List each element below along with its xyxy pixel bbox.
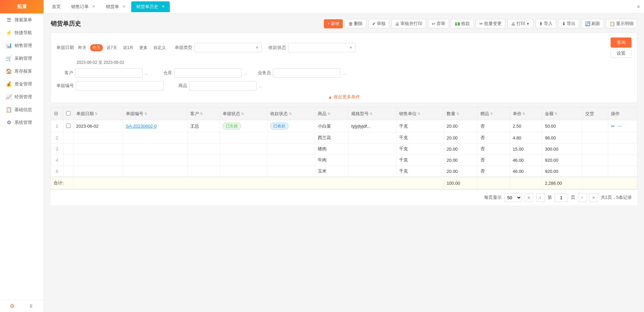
tab-sales-order[interactable]: 销售订单 ✕ <box>66 1 100 12</box>
page-number-input[interactable] <box>555 193 568 202</box>
sidebar-item-finance-mgmt[interactable]: 💰 资金管理 <box>0 78 44 90</box>
row-collect-status <box>267 166 315 177</box>
doc-type-select[interactable]: ▼ <box>194 43 262 52</box>
row-doc-date <box>73 144 123 155</box>
settings-button[interactable]: 设置 <box>611 49 632 58</box>
query-button[interactable]: 查询 <box>611 37 632 48</box>
show-detail-button[interactable]: 📋 显示明细 <box>606 19 637 28</box>
batch-change-button[interactable]: ✏ 批量变更 <box>476 19 505 28</box>
sidebar-item-inventory[interactable]: 🏠 库存核算 <box>0 65 44 78</box>
sidebar-item-quick-nav[interactable]: ⚡ 快捷导航 <box>0 26 44 39</box>
warehouse-input[interactable] <box>174 68 242 78</box>
col-price[interactable]: 单价 ⇅ <box>510 107 542 120</box>
sidebar-item-label: 快捷导航 <box>15 30 32 36</box>
customer-input[interactable] <box>75 68 143 78</box>
tab-sales-history[interactable]: 销货单历史 ✕ <box>131 1 170 12</box>
goods-input[interactable] <box>189 81 257 90</box>
col-doc-date[interactable]: 单据日期 ⇅ <box>73 107 123 120</box>
col-settings[interactable]: ⚙ <box>51 107 63 120</box>
audit-button[interactable]: ✔ 审核 <box>368 19 389 28</box>
tab-sales-order-close[interactable]: ✕ <box>92 4 95 9</box>
row-customer <box>188 132 220 144</box>
date-btn-more[interactable]: 更多 <box>137 44 150 51</box>
date-btn-today[interactable]: 今天 <box>90 44 103 51</box>
total-info: 共1页，5条记录 <box>601 194 632 201</box>
col-customer[interactable]: 客户 ⇅ <box>188 107 220 120</box>
tab-sales-delivery[interactable]: 销货单 ✕ <box>101 1 131 12</box>
sidebar-setting-icon[interactable]: ⚙ <box>10 303 15 309</box>
sidebar-item-purchase-mgmt[interactable]: 🛒 采购管理 <box>0 52 44 65</box>
abandon-button[interactable]: ↩ 弃审 <box>428 19 449 28</box>
import-button[interactable]: ⬆ 导入 <box>535 19 556 28</box>
toolbar: + 新增 🗑 删除 ✔ 审核 🖨 审核并打印 ↩ 弃审 <box>324 19 637 28</box>
date-btn-7days[interactable]: 近7天 <box>104 44 119 51</box>
export-button[interactable]: ⬇ 导出 <box>558 19 579 28</box>
col-goods[interactable]: 商品 ⇅ <box>315 107 348 120</box>
warehouse-dots[interactable]: ... <box>244 71 247 76</box>
delete-button[interactable]: 🗑 删除 <box>345 19 366 28</box>
customer-dots[interactable]: ... <box>145 71 148 76</box>
row-gift: 否 <box>478 120 510 132</box>
inventory-icon: 🏠 <box>6 68 12 74</box>
select-all-checkbox[interactable] <box>66 111 71 115</box>
next-page-button[interactable]: › <box>578 193 587 202</box>
row-action <box>608 132 637 144</box>
col-unit[interactable]: 销售单位 ⇅ <box>396 107 444 120</box>
edit-icon[interactable]: ✏ <box>611 124 615 129</box>
doc-no-input[interactable] <box>76 81 164 90</box>
audit-print-button[interactable]: 🖨 审核并打印 <box>391 19 426 28</box>
col-doc-status[interactable]: 单据状态 ⇅ <box>220 107 267 120</box>
sidebar-collapse-icon[interactable]: ⏸ <box>28 303 34 309</box>
tabs-close-all-icon[interactable]: ✕ <box>637 4 641 9</box>
sidebar-item-basic-info[interactable]: 📋 基础信息 <box>0 103 44 116</box>
sidebar-item-system-mgmt[interactable]: ⚙ 系统管理 <box>0 116 44 129</box>
row-collect-status <box>267 132 315 144</box>
settings-gear-icon[interactable]: ⚙ <box>54 111 58 116</box>
row-qty: 20.00 <box>444 155 478 166</box>
last-page-button[interactable]: » <box>589 193 598 202</box>
date-btn-yesterday[interactable]: 昨天 <box>76 44 89 51</box>
refresh-button[interactable]: 🔄 刷新 <box>581 19 604 28</box>
system-icon: ⚙ <box>6 120 12 126</box>
tab-sales-history-close[interactable]: ✕ <box>162 4 165 9</box>
per-page-select[interactable]: 50 10 20 100 <box>504 193 522 202</box>
sidebar-item-operation-mgmt[interactable]: 📈 经营管理 <box>0 90 44 103</box>
sidebar-bottom: ⚙ ⏸ <box>0 300 44 312</box>
more-icon[interactable]: ⋯ <box>617 124 622 129</box>
salesperson-dots[interactable]: ... <box>342 71 346 76</box>
date-btn-1month[interactable]: 近1月 <box>121 44 136 51</box>
collect-button[interactable]: 💵 收款 <box>451 19 474 28</box>
warehouse-label: 仓库 <box>155 70 172 76</box>
col-collect-status[interactable]: 收款状态 ⇅ <box>267 107 315 120</box>
col-doc-no[interactable]: 单据编号 ⇅ <box>123 107 188 120</box>
row-num: 1 <box>51 120 63 132</box>
row-qty: 20.00 <box>444 132 478 144</box>
sidebar-item-search-menu[interactable]: ☰ 搜索菜单 <box>0 14 44 26</box>
per-page-label: 每页显示 <box>484 194 502 201</box>
doc-no-link[interactable]: SA-20230602-0 <box>126 124 157 129</box>
goods-dots[interactable]: ... <box>259 83 262 88</box>
first-page-button[interactable]: « <box>525 193 533 202</box>
tab-sales-delivery-close[interactable]: ✕ <box>122 4 125 9</box>
col-amount[interactable]: 金额 ⇅ <box>542 107 582 120</box>
row-select-checkbox[interactable] <box>66 124 71 128</box>
prev-page-button[interactable]: ‹ <box>536 193 545 202</box>
tab-home[interactable]: 首页 <box>47 1 65 12</box>
table-row: 3 猪肉 千克 20.00 否 15.00 300.00 <box>51 144 637 155</box>
table-body: 1 2023-06-02 SA-20230602-0 王总 已生效 已收款 小白… <box>51 120 637 189</box>
col-checkbox <box>63 107 73 120</box>
row-qty: 20.00 <box>444 144 478 155</box>
col-spec[interactable]: 规格型号 ⇅ <box>348 107 396 120</box>
collect-status-select[interactable]: ▼ <box>288 43 356 52</box>
print-button[interactable]: 🖨 打印 ▼ <box>507 19 533 28</box>
filter-collect-status: 收款状态 ▼ <box>269 43 356 52</box>
finance-icon: 💰 <box>6 81 12 87</box>
collapse-button[interactable]: ▲ 收起更多条件 <box>56 94 632 100</box>
col-qty[interactable]: 数量 ⇅ <box>444 107 478 120</box>
salesperson-input[interactable] <box>273 68 340 78</box>
col-gift[interactable]: 赠品 ⇅ <box>478 107 510 120</box>
date-btn-custom[interactable]: 自定义 <box>151 44 168 51</box>
sort-icon: ⇅ <box>370 112 372 115</box>
sidebar-item-sales-mgmt[interactable]: 📊 销售管理 <box>0 39 44 52</box>
new-button[interactable]: + 新增 <box>324 19 343 28</box>
